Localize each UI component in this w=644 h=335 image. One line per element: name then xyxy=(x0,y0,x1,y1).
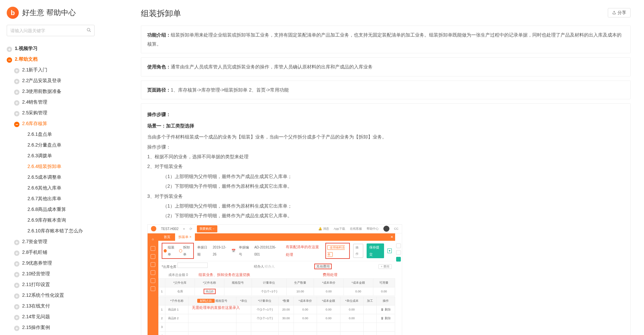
expand-icon[interactable] xyxy=(14,304,19,310)
fig-rail-icon[interactable] xyxy=(151,254,155,259)
nav-item[interactable]: 2.13在线支付 xyxy=(7,300,104,311)
nav-item-label: 2.6.8商品成本重算 xyxy=(28,207,66,212)
fig-close-all-icon[interactable]: ✕ xyxy=(390,233,393,240)
nav-item[interactable]: 2.6.8商品成本重算 xyxy=(7,204,104,215)
fig-tool-icon[interactable] xyxy=(396,243,401,248)
expand-icon[interactable] xyxy=(7,47,12,52)
nav-item-label: 2.8手机旺铺 xyxy=(22,249,47,255)
expand-icon[interactable] xyxy=(14,79,19,84)
nav-item[interactable]: 2.8手机旺铺 xyxy=(7,247,104,258)
fig-fee-button[interactable]: + 费用 xyxy=(378,264,392,269)
nav-item[interactable]: 2.6.7其他出库单 xyxy=(7,193,104,204)
nav-item-label: 2.15操作案例 xyxy=(22,325,50,330)
fig-help-link[interactable]: 帮助中心 xyxy=(367,226,379,232)
fig-dropdown-icon[interactable]: ▾ xyxy=(387,248,392,253)
expand-icon[interactable] xyxy=(14,240,19,245)
expand-icon[interactable] xyxy=(14,272,19,277)
expand-icon[interactable] xyxy=(14,283,19,288)
fig-rail-icon[interactable] xyxy=(151,262,155,267)
share-button[interactable]: 分享 xyxy=(608,8,631,17)
expand-icon[interactable] xyxy=(14,111,19,116)
nav-item[interactable]: 2.帮助文档 xyxy=(7,54,104,64)
collapse-icon[interactable] xyxy=(7,57,12,63)
nav-item-label: 2.6.2分量盘点单 xyxy=(28,142,61,148)
fig-avatar-icon[interactable] xyxy=(383,226,389,232)
step-2a: （1）上部明细为父件明细，最终作为产成品生成其它入库单； xyxy=(147,172,624,181)
fig-parent-table: *父件仓库*父件名称规格型号计量单位生产数量*成本单价*成本金额可用量 1仓库商… xyxy=(158,278,395,296)
fig-child-table: *子件名称材料占比 规格型号*单位*计量单位*数量*成本单价*成本金额*单位成本… xyxy=(158,296,395,335)
fig-date-label: 单据日期 xyxy=(197,244,209,258)
nav-item[interactable]: 2.6.1盘点单 xyxy=(7,129,104,139)
fig-app-link[interactable]: App下载 xyxy=(334,226,345,232)
search-input[interactable] xyxy=(7,25,95,36)
nav-item-label: 2.6.1盘点单 xyxy=(28,131,52,137)
nav-item[interactable]: 2.6.6其他入库单 xyxy=(7,182,104,193)
nav-item[interactable]: 2.6.4组装拆卸单 xyxy=(7,161,104,172)
nav-item[interactable]: 2.3使用前数据准备 xyxy=(7,86,104,97)
nav-item[interactable]: 1.视频学习 xyxy=(7,43,104,54)
fig-radio-assemble[interactable]: 组装单 xyxy=(164,244,176,258)
brand: b 好生意 帮助中心 xyxy=(7,7,104,19)
fig-code-value: AD-20191226-001 xyxy=(254,244,279,258)
fig-bom-button[interactable]: 使用物料清单 xyxy=(327,245,345,257)
sidebar: b 好生意 帮助中心 1.视频学习2.帮助文档2.1新手入门2.2产品安装及登录… xyxy=(0,0,104,335)
fig-maker-label: 经办人 xyxy=(254,265,264,268)
nav-item[interactable]: 2.9优惠券管理 xyxy=(7,258,104,268)
nav-item[interactable]: 2.15操作案例 xyxy=(7,322,104,333)
fig-rail-icon[interactable] xyxy=(151,246,155,251)
fig-wh-input[interactable] xyxy=(177,263,208,268)
fig-tool-icon[interactable] xyxy=(396,250,401,255)
fig-submit-button[interactable]: 保存提交 xyxy=(367,243,384,258)
nav-item-label: 2.14常见问题 xyxy=(22,314,50,319)
nav-tree: 1.视频学习2.帮助文档2.1新手入门2.2产品安装及登录2.3使用前数据准备2… xyxy=(7,43,104,333)
content-box: 操作步骤： 场景一：加工类型选择 当由多个子件材料组装成一个成品的业务为【组装】… xyxy=(141,103,631,335)
fig-rail-icon[interactable] xyxy=(151,270,155,275)
fig-left-rail: ⌂ xyxy=(148,233,158,335)
fig-msg-icon[interactable]: 🔔 消息 xyxy=(318,226,329,232)
nav-item[interactable]: 2.5采购管理 xyxy=(7,107,104,118)
nav-item[interactable]: 2.6.3调拨单 xyxy=(7,150,104,161)
nav-item[interactable]: 2.12系统个性化设置 xyxy=(7,290,104,300)
fig-service-link[interactable]: 在线客服 xyxy=(350,226,362,232)
expand-icon[interactable] xyxy=(14,90,19,95)
step-3a: （1）上部明细为父件明细，最终作为原材料生成其它出库单； xyxy=(147,201,624,211)
nav-item-label: 2.6.4组装拆卸单 xyxy=(28,164,61,169)
nav-item-label: 2.6.6其他入库单 xyxy=(28,185,61,190)
nav-item[interactable]: 2.6库存核算 xyxy=(7,118,104,129)
nav-item[interactable]: 2.1新手入门 xyxy=(7,64,104,75)
fig-tab-home[interactable]: 首页 xyxy=(160,233,174,241)
nav-item[interactable]: 2.6.2分量盘点单 xyxy=(7,139,104,150)
nav-item[interactable]: 2.4销售管理 xyxy=(7,97,104,107)
fig-buy-button[interactable]: 我要购买→ xyxy=(197,225,217,232)
fig-rail-icon[interactable] xyxy=(151,278,155,283)
expand-icon[interactable] xyxy=(14,100,19,106)
expand-icon[interactable] xyxy=(14,326,19,331)
fig-rail-home-icon[interactable]: ⌂ xyxy=(148,235,158,243)
fig-radio-disassemble[interactable]: 拆卸单 xyxy=(179,244,192,258)
fig-date-value[interactable]: 2019-12-26 xyxy=(213,244,228,258)
fig-rail-icon[interactable] xyxy=(151,286,155,291)
nav-item[interactable]: 2.10经营管理 xyxy=(7,268,104,279)
expand-icon[interactable] xyxy=(14,261,19,267)
expand-icon[interactable] xyxy=(14,293,19,299)
fig-tool-icon[interactable] xyxy=(396,257,401,262)
search-icon[interactable] xyxy=(87,28,91,34)
nav-item-label: 2.5采购管理 xyxy=(22,110,47,115)
fig-maker-input[interactable]: 经办人 xyxy=(265,265,275,268)
nav-item[interactable]: 2.7资金管理 xyxy=(7,236,104,247)
fig-tab-active[interactable]: 拆装单 × xyxy=(175,233,195,241)
nav-item[interactable]: 2.14常见问题 xyxy=(7,311,104,322)
expand-icon[interactable] xyxy=(14,315,19,320)
expand-icon[interactable] xyxy=(14,68,19,73)
step-1: 1、根据不同的业务，选择不同单据的类型来处理 xyxy=(147,152,624,162)
collapse-icon[interactable] xyxy=(14,122,19,127)
expand-icon[interactable] xyxy=(14,250,19,256)
nav-item[interactable]: 2.6.9库存账本查询 xyxy=(7,215,104,225)
nav-item[interactable]: 2.6.10库存账本错了怎么办 xyxy=(7,225,104,236)
page-title: 组装拆卸单 xyxy=(141,8,181,19)
nav-item-label: 2.10经营管理 xyxy=(22,271,50,276)
nav-item[interactable]: 2.11打印设置 xyxy=(7,279,104,290)
nav-item[interactable]: 2.6.5成本调整单 xyxy=(7,172,104,182)
nav-item[interactable]: 2.2产品安装及登录 xyxy=(7,75,104,86)
fig-ops-button[interactable]: 操作 xyxy=(353,244,363,258)
